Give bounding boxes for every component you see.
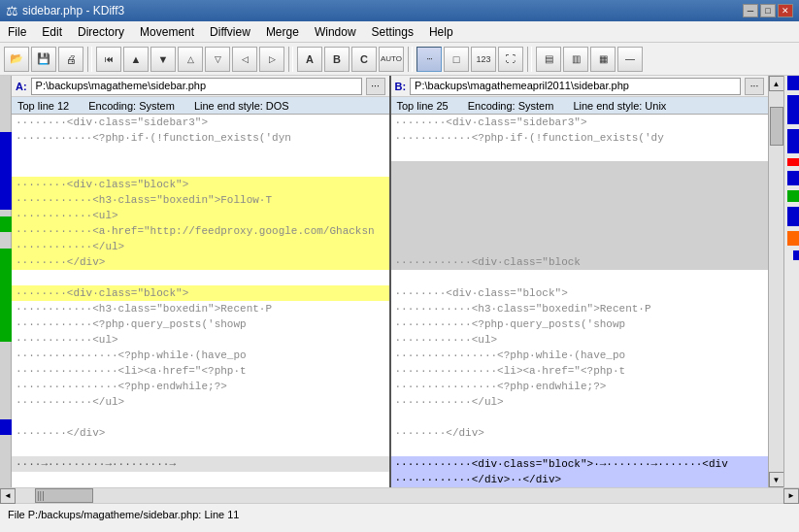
nav-prev-diff-button[interactable]: ▲ xyxy=(123,47,149,72)
scroll-track[interactable] xyxy=(770,91,783,472)
sync-scroll-button[interactable]: ⛶ xyxy=(498,47,523,72)
choose-b-button[interactable]: B xyxy=(324,47,350,72)
save-button[interactable]: 💾 xyxy=(31,47,56,72)
line-item: ············<ul> xyxy=(12,332,389,348)
change-block-2 xyxy=(0,216,12,232)
line-item-changed: ············</ul> xyxy=(12,239,389,254)
scrollbar-track[interactable]: ||| xyxy=(16,488,783,503)
line-item: ············<?php·if·(!function_exists('… xyxy=(391,130,769,146)
line-numbers-button[interactable]: 123 xyxy=(471,47,496,72)
nav-prev-unresolved-button[interactable]: ◁ xyxy=(232,47,257,72)
change-block-1 xyxy=(0,132,12,210)
menu-item-edit[interactable]: Edit xyxy=(34,21,70,42)
minimize-button[interactable]: ─ xyxy=(743,4,758,17)
line-item: ············<?php·if·(!function_exists('… xyxy=(12,130,389,146)
title-bar-left: ⚖ sidebar.php - KDiff3 xyxy=(6,3,124,18)
toggle-white-button[interactable]: □ xyxy=(444,47,469,72)
line-item: ········<div·class="block"> xyxy=(391,285,769,301)
overview-block-4 xyxy=(787,158,799,166)
split-diff-button[interactable]: ··· xyxy=(416,47,442,72)
pane-b-filepath[interactable]: P:\backups\magathemeapril2011\sidebar.ph… xyxy=(410,78,741,95)
open-button[interactable]: 📂 xyxy=(4,47,29,72)
app-icon: ⚖ xyxy=(6,3,18,18)
line-item: ················<?php·while·(have_po xyxy=(391,348,769,363)
diff-view-2-button[interactable]: ▥ xyxy=(563,47,588,72)
menu-item-movement[interactable]: Movement xyxy=(132,21,202,42)
overview-block-8 xyxy=(787,231,799,246)
line-item xyxy=(12,146,389,161)
diff-view-1-button[interactable]: ▤ xyxy=(536,47,561,72)
menu-item-help[interactable]: Help xyxy=(421,21,461,42)
pane-b-code[interactable]: ········<div·class="sidebar3"> ·········… xyxy=(391,115,769,487)
scroll-right-arrow[interactable]: ► xyxy=(783,488,799,504)
menu-item-window[interactable]: Window xyxy=(307,21,364,42)
title-bar-controls[interactable]: ─ □ ✕ xyxy=(743,4,793,17)
pane-b-lines: ········<div·class="sidebar3"> ·········… xyxy=(391,115,769,487)
pane-a-code[interactable]: ········<div·class="sidebar3"> ·········… xyxy=(12,115,389,487)
overview-block-2 xyxy=(787,95,799,124)
scroll-left-arrow[interactable]: ◄ xyxy=(0,488,16,504)
bottom-scrollbar[interactable]: ◄ ||| ► xyxy=(0,487,799,503)
nav-prev-chg-button[interactable]: △ xyxy=(178,47,203,72)
nav-next-unresolved-button[interactable]: ▷ xyxy=(259,47,284,72)
line-item-empty-diff xyxy=(391,223,769,239)
scroll-thumb[interactable] xyxy=(770,107,783,146)
vertical-scrollbar[interactable]: ▲ ▼ xyxy=(768,76,783,487)
left-change-indicator xyxy=(0,76,12,487)
choose-c-button[interactable]: C xyxy=(351,47,377,72)
pane-a-browse-button[interactable]: ··· xyxy=(366,78,385,95)
pane-a-label: A: xyxy=(16,81,27,92)
overview-sidebar xyxy=(783,76,799,487)
choose-a-button[interactable]: A xyxy=(297,47,322,72)
line-item-changed: ············<div·class="block">·→·······… xyxy=(391,456,769,472)
print-button[interactable]: 🖨 xyxy=(58,47,83,72)
title-bar: ⚖ sidebar.php - KDiff3 ─ □ ✕ xyxy=(0,0,799,21)
menu-item-directory[interactable]: Directory xyxy=(70,21,132,42)
line-item: ········</div> xyxy=(391,425,769,441)
line-item: ············<?php·query_posts('showp xyxy=(391,316,769,332)
line-item xyxy=(391,270,769,285)
line-item-empty-diff xyxy=(391,208,769,223)
line-item xyxy=(12,472,389,487)
status-text: File P:/backups/magatheme/sidebar.php: L… xyxy=(8,509,239,520)
scroll-position-label: ||| xyxy=(37,490,45,501)
toolbar-separator-1 xyxy=(87,47,92,72)
pane-b-line-end: Line end style: Unix xyxy=(573,100,666,112)
scroll-down-arrow[interactable]: ▼ xyxy=(769,472,784,487)
overview-block-3 xyxy=(787,129,799,153)
collapse-all-button[interactable]: — xyxy=(617,47,643,72)
pane-b: B: P:\backups\magathemeapril2011\sidebar… xyxy=(391,76,769,487)
nav-first-button[interactable]: ⏮ xyxy=(96,47,121,72)
pane-b-label: B: xyxy=(395,81,407,92)
line-item xyxy=(12,441,389,456)
auto-advance-button[interactable]: AUTO xyxy=(379,47,404,72)
menu-item-diffview[interactable]: Diffview xyxy=(202,21,258,42)
menu-item-merge[interactable]: Merge xyxy=(258,21,307,42)
restore-button[interactable]: □ xyxy=(760,4,776,17)
pane-a-encoding: Encoding: System xyxy=(88,100,175,112)
nav-next-chg-button[interactable]: ▽ xyxy=(205,47,230,72)
main-content: A: P:\backups\magatheme\sidebar.php ··· … xyxy=(0,76,799,487)
line-item-empty-diff xyxy=(391,161,769,177)
line-item xyxy=(391,441,769,456)
pane-b-browse-button[interactable]: ··· xyxy=(745,78,764,95)
menu-item-file[interactable]: File xyxy=(0,21,34,42)
nav-next-diff-button[interactable]: ▼ xyxy=(150,47,176,72)
change-block-4 xyxy=(0,326,12,342)
status-bar: File P:/backups/magatheme/sidebar.php: L… xyxy=(0,503,799,524)
line-item: ········</div> xyxy=(12,425,389,441)
change-block-5 xyxy=(0,419,12,435)
close-button[interactable]: ✕ xyxy=(778,4,793,17)
line-item-empty-diff xyxy=(391,192,769,208)
overview-block-9 xyxy=(793,250,799,260)
pane-a-filepath[interactable]: P:\backups\magatheme\sidebar.php xyxy=(31,78,362,95)
line-item: ············<h3·class="boxedin">Recent·P xyxy=(12,301,389,316)
line-item: ················<?php·endwhile;?> xyxy=(12,379,389,394)
toolbar: 📂 💾 🖨 ⏮ ▲ ▼ △ ▽ ◁ ▷ A B C AUTO ··· □ 123… xyxy=(0,43,799,76)
menu-item-settings[interactable]: Settings xyxy=(364,21,421,42)
pane-a-line-end: Line end style: DOS xyxy=(194,100,289,112)
diff-view-3-button[interactable]: ▦ xyxy=(590,47,616,72)
scroll-up-arrow[interactable]: ▲ xyxy=(769,76,784,91)
pane-a-lines: ········<div·class="sidebar3"> ·········… xyxy=(12,115,389,487)
line-item xyxy=(391,410,769,425)
